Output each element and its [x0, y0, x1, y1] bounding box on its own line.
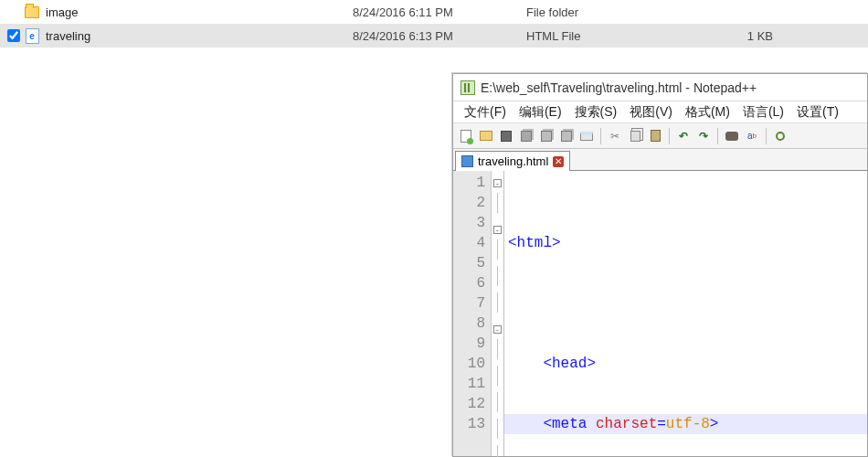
tab-close-icon[interactable]: ✕ — [553, 156, 564, 167]
find-button[interactable] — [723, 127, 741, 145]
undo-button[interactable]: ↶ — [674, 127, 693, 145]
file-explorer: image 8/24/2016 6:11 PM File folder e tr… — [0, 0, 868, 48]
file-type: HTML File — [526, 29, 727, 43]
editor: 1 2 3 4 5 6 7 8 9 10 11 12 13 - - - — [453, 171, 867, 456]
titlebar[interactable]: E:\web_self\Traveling\traveling.html - N… — [453, 74, 867, 101]
html-file-icon: e — [22, 28, 42, 44]
print-button[interactable] — [577, 127, 596, 145]
redo-button[interactable]: ↷ — [694, 127, 713, 145]
toolbar: ✂ ↶ ↷ ab — [453, 123, 867, 149]
tab-traveling[interactable]: traveling.html ✕ — [455, 151, 570, 171]
menu-settings[interactable]: 设置(T) — [791, 102, 844, 122]
window-title: E:\web_self\Traveling\traveling.html - N… — [481, 80, 757, 95]
copy-button[interactable] — [626, 127, 644, 145]
menu-format[interactable]: 格式(M) — [680, 102, 736, 122]
menu-edit[interactable]: 编辑(E) — [513, 102, 567, 122]
file-type: File folder — [526, 5, 727, 19]
close-button[interactable] — [537, 127, 556, 145]
file-row-image[interactable]: image 8/24/2016 6:11 PM File folder — [0, 0, 868, 24]
menu-language[interactable]: 语言(L) — [737, 102, 789, 122]
file-row-traveling[interactable]: e traveling 8/24/2016 6:13 PM HTML File … — [0, 24, 868, 48]
paste-button[interactable] — [646, 127, 664, 145]
zoom-in-button[interactable] — [771, 127, 789, 145]
new-file-button[interactable] — [457, 127, 475, 145]
save-state-icon — [461, 155, 473, 167]
file-size: 1 KB — [727, 29, 800, 43]
close-all-button[interactable] — [557, 127, 576, 145]
file-name: image — [42, 5, 353, 19]
notepad-plus-plus-window: E:\web_self\Traveling\traveling.html - N… — [452, 73, 868, 457]
row-checkbox[interactable] — [5, 29, 22, 42]
menu-file[interactable]: 文件(F) — [459, 102, 512, 122]
toolbar-separator — [600, 128, 601, 144]
cut-button[interactable]: ✂ — [606, 127, 624, 145]
file-name: traveling — [42, 29, 353, 43]
file-date: 8/24/2016 6:13 PM — [353, 29, 526, 43]
open-file-button[interactable] — [477, 127, 495, 145]
menu-view[interactable]: 视图(V) — [624, 102, 678, 122]
tabbar: traveling.html ✕ — [453, 149, 867, 171]
app-icon — [460, 80, 475, 95]
tab-label: traveling.html — [478, 154, 548, 168]
replace-button[interactable]: ab — [743, 127, 761, 145]
toolbar-separator — [669, 128, 670, 144]
save-button[interactable] — [497, 127, 515, 145]
code-area[interactable]: <html> <head> <meta charset=utf-8> <titl… — [504, 171, 867, 456]
toolbar-separator — [766, 128, 767, 144]
fold-gutter[interactable]: - - - — [492, 171, 504, 456]
menu-search[interactable]: 搜索(S) — [569, 102, 623, 122]
line-number-gutter: 1 2 3 4 5 6 7 8 9 10 11 12 13 — [453, 171, 492, 456]
save-all-button[interactable] — [517, 127, 535, 145]
file-date: 8/24/2016 6:11 PM — [353, 5, 526, 19]
toolbar-separator — [717, 128, 718, 144]
menubar: 文件(F) 编辑(E) 搜索(S) 视图(V) 格式(M) 语言(L) 设置(T… — [453, 101, 867, 123]
folder-icon — [22, 6, 42, 18]
